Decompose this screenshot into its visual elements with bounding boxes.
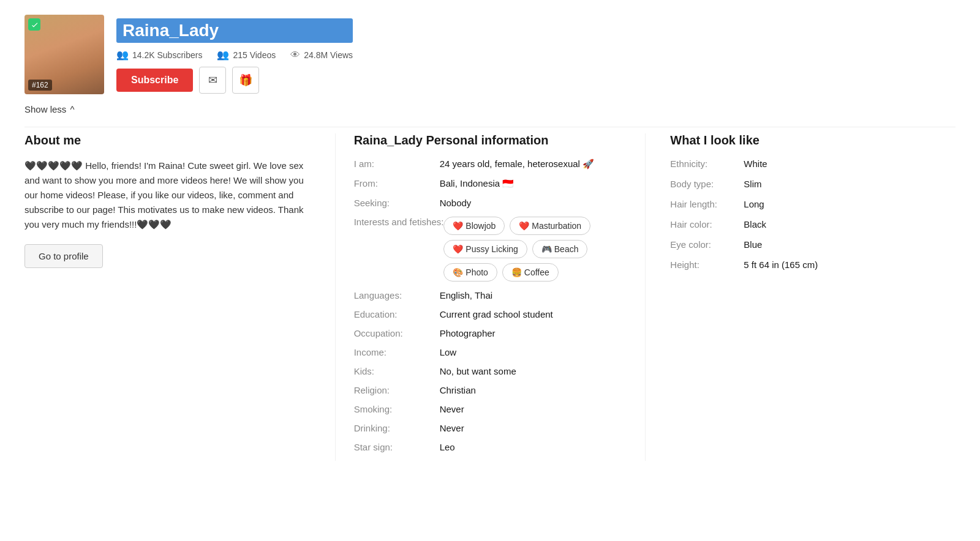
personal-info-title: Raina_Lady Personal information [354, 133, 627, 147]
chevron-up-icon: ^ [70, 104, 74, 114]
kids-label: Kids: [354, 366, 440, 376]
occupation-row: Occupation: Photographer [354, 328, 627, 338]
ethnicity-row: Ethnicity: White [670, 159, 956, 169]
gift-button[interactable]: 🎁 [232, 67, 259, 94]
eye-color-row: Eye color: Blue [670, 239, 956, 250]
body-type-row: Body type: Slim [670, 179, 956, 189]
show-less-label: Show less [24, 104, 66, 114]
stats: 👥 14.2K Subscribers 👥 215 Videos 👁 24.8M… [116, 49, 353, 61]
profile-header: #162 Raina_Lady 👥 14.2K Subscribers 👥 21… [0, 0, 980, 102]
go-to-profile-button[interactable]: Go to profile [24, 244, 103, 268]
body-type-label: Body type: [670, 179, 744, 189]
occupation-label: Occupation: [354, 328, 440, 338]
religion-row: Religion: Christian [354, 385, 627, 395]
star-sign-label: Star sign: [354, 442, 440, 452]
body-type-value: Slim [744, 179, 761, 189]
interests-row: Interests and fetishes: ❤️ Blowjob❤️ Mas… [354, 217, 627, 282]
from-row: From: Bali, Indonesia 🇮🇩 [354, 178, 627, 189]
about-me-section: About me 🖤🖤🖤🖤🖤 Hello, friends! I'm Raina… [24, 133, 335, 461]
drinking-row: Drinking: Never [354, 423, 627, 433]
personal-info-section: Raina_Lady Personal information I am: 24… [335, 133, 646, 461]
interests-label: Interests and fetishes: [354, 217, 444, 227]
i-am-row: I am: 24 years old, female, heterosexual… [354, 159, 627, 170]
main-content: About me 🖤🖤🖤🖤🖤 Hello, friends! I'm Raina… [0, 127, 980, 485]
ethnicity-label: Ethnicity: [670, 159, 744, 169]
height-value: 5 ft 64 in (165 cm) [744, 259, 818, 270]
i-am-label: I am: [354, 159, 440, 169]
views-stat: 👁 24.8M Views [290, 50, 353, 61]
kids-value: No, but want some [440, 366, 516, 376]
interest-tag: 🎨 Photo [443, 263, 497, 282]
education-value: Current grad school student [440, 309, 553, 319]
videos-count: 215 Videos [233, 50, 276, 60]
subscribe-button[interactable]: Subscribe [116, 69, 193, 92]
interest-tag: ❤️ Blowjob [443, 217, 505, 235]
interest-tag: ❤️ Masturbation [510, 217, 590, 235]
avatar-wrap: #162 [24, 15, 104, 94]
height-row: Height: 5 ft 64 in (165 cm) [670, 259, 956, 270]
subscribers-count: 14.2K Subscribers [132, 50, 202, 60]
videos-icon: 👥 [217, 49, 229, 61]
education-label: Education: [354, 309, 440, 319]
subscribers-icon: 👥 [116, 49, 129, 61]
education-row: Education: Current grad school student [354, 309, 627, 319]
eye-color-label: Eye color: [670, 239, 744, 250]
drinking-label: Drinking: [354, 423, 440, 433]
avatar-online-indicator [28, 18, 40, 31]
header-info: Raina_Lady 👥 14.2K Subscribers 👥 215 Vid… [116, 15, 353, 94]
seeking-row: Seeking: Nobody [354, 198, 627, 208]
interest-tag: 🎮 Beach [532, 240, 588, 258]
occupation-value: Photographer [440, 328, 496, 338]
message-button[interactable]: ✉ [199, 67, 226, 94]
ethnicity-value: White [744, 159, 767, 169]
smoking-row: Smoking: Never [354, 404, 627, 414]
hair-color-row: Hair color: Black [670, 219, 956, 229]
religion-value: Christian [440, 385, 476, 395]
drinking-value: Never [440, 423, 464, 433]
show-less[interactable]: Show less ^ [0, 102, 980, 127]
interest-tag: ❤️ Pussy Licking [443, 240, 527, 258]
videos-stat: 👥 215 Videos [217, 49, 276, 61]
views-count: 24.8M Views [304, 50, 353, 60]
smoking-value: Never [440, 404, 464, 414]
avatar-badge: #162 [28, 80, 52, 91]
interests-tags: ❤️ Blowjob❤️ Masturbation❤️ Pussy Lickin… [443, 217, 627, 282]
star-sign-value: Leo [440, 442, 455, 452]
smoking-label: Smoking: [354, 404, 440, 414]
languages-label: Languages: [354, 290, 440, 300]
interest-tag: 🍔 Coffee [502, 263, 559, 282]
hair-color-label: Hair color: [670, 219, 744, 229]
from-value: Bali, Indonesia 🇮🇩 [440, 178, 514, 189]
seeking-value: Nobody [440, 198, 472, 208]
hair-length-row: Hair length: Long [670, 199, 956, 209]
height-label: Height: [670, 259, 744, 270]
religion-label: Religion: [354, 385, 440, 395]
hair-color-value: Black [744, 219, 766, 229]
from-label: From: [354, 178, 440, 188]
about-me-title: About me [24, 133, 311, 147]
kids-row: Kids: No, but want some [354, 366, 627, 376]
actions: Subscribe ✉ 🎁 [116, 67, 353, 94]
about-me-text: 🖤🖤🖤🖤🖤 Hello, friends! I'm Raina! Cute sw… [24, 159, 311, 232]
username: Raina_Lady [116, 18, 353, 43]
star-sign-row: Star sign: Leo [354, 442, 627, 452]
languages-value: English, Thai [440, 290, 492, 300]
look-title: What I look like [670, 133, 956, 147]
income-value: Low [440, 347, 457, 357]
seeking-label: Seeking: [354, 198, 440, 208]
hair-length-value: Long [744, 199, 764, 209]
eye-color-value: Blue [744, 239, 762, 250]
languages-row: Languages: English, Thai [354, 290, 627, 300]
views-icon: 👁 [290, 50, 300, 61]
hair-length-label: Hair length: [670, 199, 744, 209]
income-label: Income: [354, 347, 440, 357]
subscribers-stat: 👥 14.2K Subscribers [116, 49, 202, 61]
look-section: What I look like Ethnicity: White Body t… [645, 133, 956, 461]
i-am-value: 24 years old, female, heterosexual 🚀 [440, 159, 594, 170]
income-row: Income: Low [354, 347, 627, 357]
